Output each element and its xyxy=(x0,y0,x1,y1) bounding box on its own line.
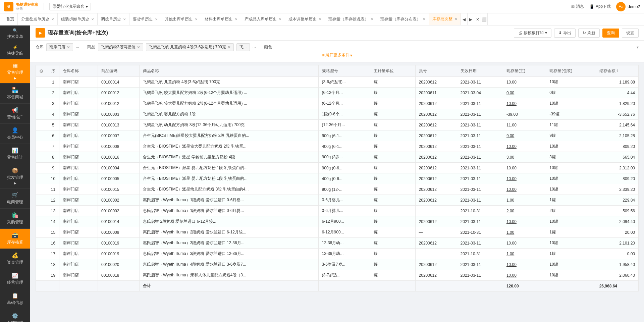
sidebar-item-wholesale[interactable]: 📦 批发管理 ▶ xyxy=(0,164,30,189)
tab-tiaoji-close[interactable]: ✕ xyxy=(123,17,126,21)
row-qty-main[interactable]: 10.00 xyxy=(503,216,546,227)
tab-xianzun1[interactable]: 现存量（库存状况表） ✕ xyxy=(325,13,377,25)
tab-zuhe[interactable]: 组装拆卸单历史 ✕ xyxy=(58,13,98,25)
row-qty-main[interactable]: 10.00 xyxy=(503,184,546,195)
sidebar-item-ecommerce[interactable]: 🛒 电商管理 xyxy=(0,189,30,209)
sidebar-item-finance[interactable]: 💰 资金管理 xyxy=(0,249,30,269)
expand-conditions-btn[interactable]: ≡ 展开更多条件 ▾ xyxy=(322,52,352,58)
tab-xianzun3-close[interactable]: ✕ xyxy=(454,17,457,21)
sidebar-item-system[interactable]: ⚙️ 系统管理 xyxy=(0,309,30,322)
company-selector[interactable]: 母婴行业演示账套 ▾ xyxy=(49,3,91,10)
tab-cailiao-close[interactable]: ✕ xyxy=(235,17,237,21)
row-qty-main[interactable]: 10.00 xyxy=(503,270,546,281)
sidebar: 🔍 搜索菜单 ⚡ 快捷导航 ▦ 零售管理 ▶ 🏪 零售商城 📢 营销推广 👤 会… xyxy=(0,25,30,322)
row-name: 飞鹤星飞帆 较大婴儿配方奶粉 2段(6-12个月婴幼儿适用) ... xyxy=(140,98,319,109)
tab-xianzun1-close[interactable]: ✕ xyxy=(371,17,373,21)
sidebar-item-marketing[interactable]: 📢 营销推广 xyxy=(0,104,30,124)
product-tag-0[interactable]: 飞鹤奶粉3段两提装 ✕ xyxy=(98,43,143,51)
row-qty-main[interactable]: 1.00 xyxy=(503,249,546,259)
inventory-icon: 🗃️ xyxy=(12,232,18,238)
row-amount: -3,652.76 xyxy=(596,109,638,120)
product-remove-icon-0[interactable]: ✕ xyxy=(137,45,140,50)
sidebar-item-retail-mgmt[interactable]: ▦ 零售管理 ▶ xyxy=(0,59,30,84)
query-button[interactable]: 查询 xyxy=(602,29,619,38)
product-remove-icon-1[interactable]: ✕ xyxy=(227,45,231,50)
refresh-button[interactable]: ↻ 刷新 xyxy=(578,29,600,38)
row-qty-main[interactable]: 10.00 xyxy=(503,141,546,152)
col-name: 商品名称 xyxy=(140,65,319,77)
row-qty-main[interactable]: 9.00 xyxy=(503,130,546,141)
tab-xianzun2[interactable]: 现存量（库存分布表） ✕ xyxy=(377,13,429,25)
row-check xyxy=(36,238,47,249)
row-spec: (6-12个月... xyxy=(318,88,370,98)
tab-nav-right[interactable]: ▶ xyxy=(468,13,474,25)
row-index: 6 xyxy=(47,130,59,141)
tab-zuhe-close[interactable]: ✕ xyxy=(91,17,94,21)
tab-nav-left[interactable]: ◀ xyxy=(461,13,468,25)
sidebar-item-retail-stats[interactable]: 📊 零售统计 xyxy=(0,144,30,164)
row-unit: 罐 xyxy=(370,227,415,238)
export-button[interactable]: ⬇ 导出 xyxy=(554,29,576,38)
row-qty-main[interactable]: 10.00 xyxy=(503,163,546,173)
expand-sidebar-btn[interactable]: ▶ xyxy=(36,28,45,38)
row-amount: 2,094.40 xyxy=(596,216,638,227)
sidebar-item-member[interactable]: 👤 会员中心 xyxy=(0,124,30,144)
tab-yaohuo[interactable]: 要货单历史 ✕ xyxy=(129,13,161,25)
row-unit: 罐 xyxy=(370,249,415,259)
tab-home[interactable]: 首页 xyxy=(3,13,18,25)
tab-cailiao[interactable]: 材料出库单历史 ✕ xyxy=(201,13,241,25)
tab-yaohuo-close[interactable]: ✕ xyxy=(155,17,158,21)
row-qty-main[interactable]: 3.00 xyxy=(503,152,546,163)
product-tag-1[interactable]: 飞鹤星飞帆 儿童奶粉 4段(3-6岁适用) 700克 ✕ xyxy=(146,43,234,51)
tab-tiaoji[interactable]: 调拨单历史 ✕ xyxy=(98,13,129,25)
sidebar-item-basic[interactable]: 📋 基础信息 xyxy=(0,289,30,309)
row-qty-main[interactable]: 11.00 xyxy=(503,120,546,130)
tab-qita-close[interactable]: ✕ xyxy=(195,17,198,21)
app-download-button[interactable]: 📱 App下载 xyxy=(589,4,611,9)
user-area[interactable]: Ea demo2 xyxy=(616,2,640,11)
settings-button[interactable]: 设置 xyxy=(622,29,639,38)
tab-qita[interactable]: 其他出库单历史 ✕ xyxy=(161,13,201,25)
row-qty-main[interactable]: 1.00 xyxy=(503,227,546,238)
row-qty-main[interactable]: 10.00 xyxy=(503,173,546,184)
row-unit: 罐 xyxy=(370,238,415,249)
row-amount: 2,105.28 xyxy=(596,130,638,141)
sidebar-search[interactable]: 🔍 搜索菜单 xyxy=(0,25,30,42)
product-tag-2[interactable]: 飞... xyxy=(236,43,250,51)
tab-chengben[interactable]: 成本调整单历史 ✕ xyxy=(285,13,325,25)
footer-empty-4 xyxy=(98,281,140,291)
row-code: 00100004 xyxy=(98,163,140,173)
sidebar-item-purchase[interactable]: 🛍️ 采购管理 xyxy=(0,209,30,229)
tab-chengpin-close[interactable]: ✕ xyxy=(279,17,281,21)
amount-info-icon[interactable]: ℹ xyxy=(616,69,618,73)
message-button[interactable]: ✉ 消息 xyxy=(571,4,584,9)
row-qty-main[interactable]: 2.00 xyxy=(503,206,546,216)
tab-chengpin[interactable]: 产成品入库单历史 ✕ xyxy=(241,13,285,25)
tab-fenku-close[interactable]: ✕ xyxy=(51,17,54,21)
print-button[interactable]: 🖨 按模板打印 ▾ xyxy=(514,29,551,38)
warehouse-remove-icon[interactable]: ✕ xyxy=(67,45,70,50)
tab-close-all[interactable]: ✕ xyxy=(474,13,481,25)
print-icon: 🖨 xyxy=(518,31,522,35)
tab-xianzun2-close[interactable]: ✕ xyxy=(423,17,425,21)
sidebar-item-inventory[interactable]: 🗃️ 库存核算 xyxy=(0,229,30,249)
row-qty-main[interactable]: -39.00 xyxy=(503,109,546,120)
row-unit: 罐 xyxy=(370,130,415,141)
row-code: 00100007 xyxy=(98,130,140,141)
sidebar-item-retail-mall[interactable]: 🏪 零售商城 xyxy=(0,84,30,104)
warehouse-tag[interactable]: 南岸门店 ✕ xyxy=(46,43,73,51)
row-qty-main[interactable]: 1.00 xyxy=(503,195,546,206)
row-qty-main[interactable]: 10.00 xyxy=(503,98,546,109)
tab-maximize[interactable]: ⬜ xyxy=(481,13,488,25)
settings-icon[interactable]: ⚙ xyxy=(39,68,44,74)
row-expire: 2021-03-04 xyxy=(457,88,503,98)
row-qty-main[interactable]: 0.00 xyxy=(503,88,546,98)
tab-xianzun3[interactable]: 库存批次整 ✕ xyxy=(429,13,461,25)
row-qty-main[interactable]: 10.00 xyxy=(503,238,546,249)
row-qty-main[interactable]: 10.00 xyxy=(503,77,546,88)
tab-fenku[interactable]: 分量盘点单历史 ✕ xyxy=(18,13,58,25)
sidebar-nav[interactable]: ⚡ 快捷导航 xyxy=(0,42,30,59)
sidebar-item-operation[interactable]: 📈 经营管理 xyxy=(0,269,30,289)
tab-chengben-close[interactable]: ✕ xyxy=(319,17,321,21)
row-qty-main[interactable]: 10.00 xyxy=(503,259,546,270)
